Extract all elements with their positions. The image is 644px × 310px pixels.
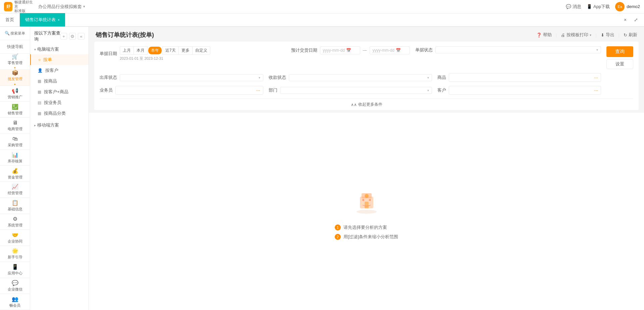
customer-select[interactable]: ··· <box>449 86 601 95</box>
step-2-num: 2 <box>335 234 341 240</box>
left-panel-actions: + ⚙ « <box>60 33 85 40</box>
sidebar-item-system[interactable]: ⚙ 系统管理 <box>0 214 30 230</box>
logo-text: 畅捷通好生意 标准版 <box>14 0 34 13</box>
member-icon: 👥 <box>12 296 18 302</box>
date-btn-group: 上月 本月 本年 近7天 更多 自定义 <box>120 46 210 55</box>
date-btn-this-year[interactable]: 本年 <box>148 47 162 54</box>
settings-btn[interactable]: 设置 <box>606 59 633 69</box>
expected-date-label: 预计交货日期 <box>291 47 317 53</box>
search-icon: 🔍 <box>5 31 10 36</box>
app-download-btn[interactable]: 📱 App下载 <box>587 4 610 10</box>
appcenter-icon: 📱 <box>12 264 18 270</box>
refresh-btn[interactable]: ↻ 刷新 <box>624 32 637 38</box>
sidebar-item-ecommerce[interactable]: 🖥 电商管理 <box>0 118 30 134</box>
tab-close-icon[interactable]: × <box>58 18 60 22</box>
sidebar-nav[interactable]: 快捷导航 <box>0 40 30 54</box>
inventory-icon: 📊 <box>12 152 18 158</box>
date-btn-more[interactable]: 更多 <box>178 46 192 55</box>
sidebar-item-newuser[interactable]: 🌟 新手引导 <box>0 246 30 262</box>
print-btn[interactable]: 🖨 按模板打印 ▾ <box>561 32 591 38</box>
department-select[interactable]: ▾ <box>280 87 432 94</box>
salesperson-select[interactable]: ··· <box>115 86 263 95</box>
topbar: 好 畅捷通好生意 标准版 办公用品行业模拟账套 ▾ 💬 消息 📱 App下载 E… <box>0 0 644 13</box>
goods-more-icon[interactable]: ··· <box>594 75 598 80</box>
date-btn-last-month[interactable]: 上月 <box>120 46 134 55</box>
date-btn-last-7[interactable]: 近7天 <box>162 46 178 55</box>
department-label: 部门 <box>269 87 277 93</box>
help-btn[interactable]: ❓ 帮助 <box>536 32 552 38</box>
salesperson-more-icon[interactable]: ··· <box>256 88 260 93</box>
sidebar-item-retail[interactable]: 🛒 零售管理 ▾ <box>0 54 30 70</box>
by-customer-product-icon: ▦ <box>38 90 41 94</box>
out-status-select[interactable]: ▾ <box>120 74 263 81</box>
finance-icon: 💰 <box>12 168 18 174</box>
operations-icon: 📈 <box>12 184 18 190</box>
empty-step-2: 2 用[过滤]条件来缩小分析范围 <box>335 234 398 240</box>
main-layout: 🔍 搜索菜单 快捷导航 🛒 零售管理 ▾ 📦 批发管理 ▴ 📢 营销推广 💹 销… <box>0 27 644 310</box>
retail-icon: 🛒 <box>12 53 18 60</box>
sidebar: 🔍 搜索菜单 快捷导航 🛒 零售管理 ▾ 📦 批发管理 ▴ 📢 营销推广 💹 销… <box>0 27 30 310</box>
sidebar-item-purchase[interactable]: 🛍 采购管理 <box>0 134 30 150</box>
tree-item-by-product[interactable]: ▦ 按商品 <box>30 76 89 87</box>
sidebar-item-appcenter[interactable]: 📱 应用中心 <box>0 262 30 278</box>
logo-icon: 好 <box>4 2 12 11</box>
sidebar-item-marketing[interactable]: 📢 营销推广 <box>0 86 30 102</box>
sidebar-item-basic[interactable]: 📋 基础信息 <box>0 198 30 214</box>
tabbar-right-actions: × ⤢ <box>621 16 644 24</box>
calendar-from-icon: 📅 <box>346 48 351 53</box>
collapse-panel-btn[interactable]: « <box>78 33 85 40</box>
settings-scheme-btn[interactable]: ⚙ <box>69 33 76 40</box>
window-close-btn[interactable]: × <box>621 16 629 24</box>
sidebar-item-finance[interactable]: 💰 资金管理 <box>0 166 30 182</box>
sidebar-item-enterprise[interactable]: 🤝 企业协同 <box>0 230 30 246</box>
message-btn[interactable]: 💬 消息 <box>566 4 581 10</box>
page-header-actions: ❓ 帮助 | 🖨 按模板打印 ▾ | ⬇ 导出 | ↻ 刷新 <box>536 32 637 38</box>
export-icon: ⬇ <box>601 33 604 38</box>
tab-home[interactable]: 首页 <box>0 13 20 27</box>
filter-row-1: 单据日期 上月 本月 本年 近7天 更多 自定义 2023-01-01 至 20… <box>100 46 633 69</box>
export-btn[interactable]: ⬇ 导出 <box>601 32 614 38</box>
topbar-right: 💬 消息 📱 App下载 Ea demo2 <box>566 2 640 11</box>
customer-more-icon[interactable]: ··· <box>594 88 598 93</box>
tree-item-by-order[interactable]: ○ 按单 <box>30 54 89 65</box>
tree-item-by-customer-product[interactable]: ▦ 按客户+商品 <box>30 87 89 97</box>
sidebar-item-sales[interactable]: 💹 销售管理 <box>0 102 30 118</box>
tree-group-mobile: ▸ 移动端方案 <box>30 120 89 132</box>
collapse-bar[interactable]: ∧∧ 收起更多条件 <box>100 99 633 110</box>
tree-item-by-customer[interactable]: 👤 按客户 <box>30 65 89 76</box>
collapse-up-icon: ∧∧ <box>351 102 357 107</box>
date-btn-custom[interactable]: 自定义 <box>192 46 210 55</box>
filter-row-2: 出库状态 ▾ 收款状态 ▾ 商品 ··· <box>100 73 633 82</box>
sidebar-item-member[interactable]: 👥 畅会员 <box>0 294 30 310</box>
expected-date-from[interactable]: yyyy-mm-dd 📅 <box>320 46 360 54</box>
add-scheme-btn[interactable]: + <box>60 33 67 40</box>
newuser-icon: 🌟 <box>12 248 18 254</box>
receipt-status-select[interactable]: ▾ <box>289 74 432 81</box>
expected-date-to[interactable]: yyyy-mm-dd 📅 <box>370 46 410 54</box>
sidebar-item-wechat[interactable]: 💬 企业微信 <box>0 278 30 294</box>
dropdown-icon[interactable]: ▾ <box>83 4 85 9</box>
tab-sales-order-stats[interactable]: 销售订单统计表 × <box>20 13 65 27</box>
sidebar-item-wholesale[interactable]: 📦 批发管理 ▴ <box>0 70 30 86</box>
sidebar-item-inventory[interactable]: 📊 库存核算 <box>0 150 30 166</box>
goods-select[interactable]: ··· <box>449 73 601 82</box>
query-btn[interactable]: 查询 <box>606 46 633 57</box>
tree-group-desktop-header[interactable]: ▾ 电脑端方案 <box>30 44 89 54</box>
tree-item-by-category[interactable]: ▦ 按商品分类 <box>30 108 89 119</box>
sidebar-item-operations[interactable]: 📈 经营管理 <box>0 182 30 198</box>
status-label: 单据状态 <box>415 47 433 53</box>
tree-group-mobile-header[interactable]: ▸ 移动端方案 <box>30 120 89 130</box>
tree-item-by-salesperson[interactable]: ▤ 按业务员 <box>30 97 89 108</box>
date-btn-this-month[interactable]: 本月 <box>134 46 148 55</box>
wholesale-icon: 📦 <box>12 69 18 76</box>
user-area[interactable]: Ea demo2 <box>615 2 640 11</box>
step-1-text: 请先选择要分析的方案 <box>343 224 387 230</box>
sidebar-search[interactable]: 🔍 搜索菜单 <box>0 27 30 40</box>
out-status-label: 出库状态 <box>100 74 117 81</box>
app-title[interactable]: 办公用品行业模拟账套 ▾ <box>38 4 562 10</box>
svg-point-5 <box>362 199 364 201</box>
purchase-icon: 🛍 <box>12 136 18 142</box>
status-select[interactable]: ▾ <box>435 46 601 53</box>
query-actions: 查询 设置 <box>606 46 633 69</box>
window-maximize-btn[interactable]: ⤢ <box>632 16 640 24</box>
